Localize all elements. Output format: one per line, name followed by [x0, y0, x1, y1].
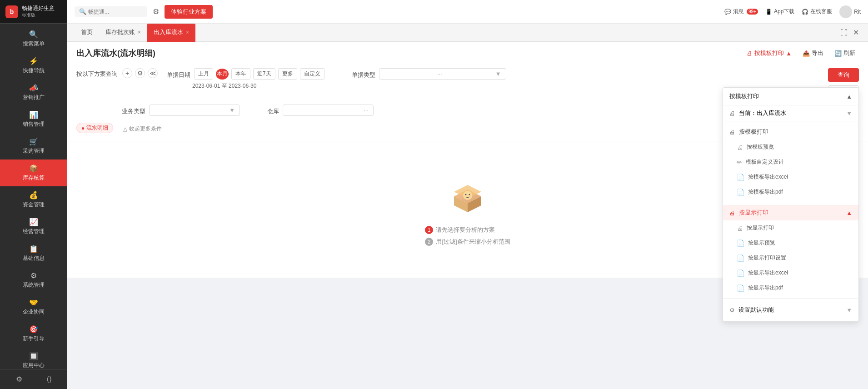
sidebar-item-inventory[interactable]: 📦 库存核算 [0, 160, 67, 186]
date-more[interactable]: 更多 [278, 68, 297, 80]
dp-section-display: 🖨 按显示打印 ▲ 🖨 按显示打印 📄 按显示预览 📄 [723, 202, 858, 298]
settings-filter-btn[interactable]: ⚙ [135, 68, 145, 78]
sidebar-label-sales: 销售管理 [23, 120, 45, 128]
business-type-select[interactable]: ▼ [149, 105, 240, 116]
dp-item-template-customize[interactable]: ✏ 模板自定义设计 [723, 155, 858, 170]
display-preview-icon: 📄 [737, 239, 744, 247]
sidebar-label-marketing: 营销推广 [23, 94, 45, 101]
refresh-btn[interactable]: 🔄 刷新 [831, 47, 859, 59]
sidebar-item-purchase[interactable]: 🛒 采购管理 [0, 133, 67, 160]
sidebar-item-corp[interactable]: 🤝 企业协同 [0, 294, 67, 320]
dropdown-scroll[interactable]: 🖨 按模板打印 🖨 按模板预览 ✏ 模板自定义设计 📄 按模板导 [723, 121, 858, 298]
dp-item-template-preview[interactable]: 🖨 按模板预览 [723, 140, 858, 155]
collapse-btn[interactable]: △ 收起更多条件 [120, 122, 165, 135]
finance-icon: 💰 [29, 191, 38, 199]
app-logo: b 畅捷通好生意 标准版 [0, 0, 67, 24]
display-settings-icon: 📄 [737, 254, 744, 262]
dp-section-template-header[interactable]: 🖨 按模板打印 [723, 124, 858, 140]
search-icon: 🔍 [29, 30, 38, 39]
message-btn[interactable]: 💬 消息 99+ [724, 8, 758, 15]
online-service-btn[interactable]: 🎧 在线客服 [802, 8, 832, 15]
print-icon: 🖨 [747, 50, 753, 57]
sidebar-item-finance[interactable]: 💰 资金管理 [0, 186, 67, 213]
sidebar-label-quick-nav: 快捷导航 [23, 67, 45, 75]
section-display-label: 按显示打印 [739, 209, 768, 217]
sidebar-item-system[interactable]: ⚙ 系统管理 [0, 267, 67, 294]
app-download-btn[interactable]: 📱 App下载 [765, 8, 794, 15]
dropdown-collapse-btn[interactable]: ▲ [846, 93, 852, 100]
topbar-gear-icon[interactable]: ⚙ [151, 5, 161, 18]
template-preview-label: 按模板预览 [747, 143, 774, 151]
preview-icon: 🖨 [737, 144, 743, 151]
collapse-label: 收起更多条件 [129, 125, 162, 133]
export-btn[interactable]: 📤 导出 [799, 47, 827, 59]
collapse-filter-btn[interactable]: ≪ [148, 68, 158, 78]
date-current-year[interactable]: 本年 [231, 68, 250, 80]
svg-point-6 [469, 194, 470, 195]
sidebar-item-sales[interactable]: 📊 销售管理 [0, 106, 67, 133]
date-current-month[interactable]: 本月 [216, 69, 229, 80]
tab-inventory-flow-label: 出入库流水 [154, 28, 183, 36]
tab-home[interactable]: 首页 [75, 24, 99, 42]
guide-icon: 🎯 [29, 325, 38, 334]
voucher-type-select[interactable]: ··· ▼ [379, 68, 506, 80]
display-section-chevron: ▲ [846, 209, 852, 216]
template-export-pdf-label: 按模板导出pdf [748, 188, 783, 196]
voucher-type-more-icon: ··· [437, 70, 442, 77]
query-btn[interactable]: 查询 [828, 68, 859, 82]
display-export-excel-label: 按显示导出excel [748, 269, 788, 277]
sidebar-item-quick-nav[interactable]: ⚡ 快捷导航 [0, 52, 67, 79]
dp-item-display-export-pdf[interactable]: 📄 按显示导出pdf [723, 280, 858, 295]
active-filter-tag[interactable]: ● 流水明细 [76, 123, 113, 133]
message-label: 消息 [733, 8, 744, 15]
dp-item-template-export-pdf[interactable]: 📄 按模板导出pdf [723, 185, 858, 199]
dp-item-display-print-settings[interactable]: 📄 按显示打印设置 [723, 250, 858, 265]
search-icon-topbar: 🔍 [79, 8, 86, 15]
dp-section-template-title: 🖨 按模板打印 [729, 128, 768, 136]
tabs-actions: ⛶ ✕ [838, 26, 861, 39]
search-box[interactable]: 🔍 [75, 6, 147, 17]
sidebar-item-operation[interactable]: 📈 经营管理 [0, 213, 67, 240]
message-badge: 99+ [747, 9, 758, 15]
dp-item-display-export-excel[interactable]: 📄 按显示导出excel [723, 265, 858, 280]
excel-icon-2: 📄 [737, 269, 744, 277]
sidebar-collapse-btn[interactable]: ⟨⟩ [46, 375, 52, 384]
logo-icon: b [5, 5, 18, 18]
dropdown-current-item[interactable]: 🖨 当前：出入库流水 ▼ [723, 105, 858, 121]
corp-icon: 🤝 [29, 298, 38, 307]
print-template-btn[interactable]: 🖨 按模板打印 ▲ [743, 47, 795, 59]
app-download-icon: 📱 [765, 9, 772, 15]
tab-batch-account[interactable]: 库存批次账 × [99, 24, 147, 42]
sidebar-label-inventory: 库存核算 [23, 174, 45, 182]
sidebar-settings-btn[interactable]: ⚙ [16, 375, 22, 384]
dp-footer-default[interactable]: ⚙ 设置默认功能 ▼ [729, 302, 852, 318]
dp-section-display-header[interactable]: 🖨 按显示打印 ▲ [723, 205, 858, 220]
maximize-btn[interactable]: ⛶ [838, 27, 849, 39]
sidebar-item-apps[interactable]: 🔲 应用中心 [0, 347, 67, 369]
search-input[interactable] [88, 9, 143, 15]
sidebar-item-guide[interactable]: 🎯 新手引导 [0, 320, 67, 347]
export-label: 导出 [812, 49, 823, 57]
dropdown-panel-header: 按模板打印 ▲ [723, 88, 858, 105]
empty-tips: 1 请先选择要分析的方案 2 用[过滤]条件来缩小分析范围 [425, 224, 510, 248]
page-content: 出入库流水(流水明细) 🖨 按模板打印 ▲ 📤 导出 🔄 刷新 [67, 42, 868, 389]
sidebar-item-search[interactable]: 🔍 搜索菜单 [0, 25, 67, 52]
add-filter-btn[interactable]: + [122, 68, 132, 78]
date-last-month[interactable]: 上月 [194, 68, 213, 80]
dp-section-template: 🖨 按模板打印 🖨 按模板预览 ✏ 模板自定义设计 📄 按模板导 [723, 121, 858, 202]
close-window-btn[interactable]: ✕ [851, 26, 861, 39]
date-custom[interactable]: 自定义 [300, 68, 324, 80]
tab-inventory-flow[interactable]: 出入库流水 × [147, 24, 195, 42]
sidebar-item-marketing[interactable]: 📣 营销推广 [0, 79, 67, 106]
warehouse-select[interactable]: ··· [283, 105, 374, 116]
dp-item-template-export-excel[interactable]: 📄 按模板导出excel [723, 170, 858, 185]
dp-item-display-preview[interactable]: 📄 按显示预览 [723, 235, 858, 250]
user-area[interactable]: Rit [839, 5, 861, 18]
dropdown-panel: 按模板打印 ▲ 🖨 当前：出入库流水 ▼ 🖨 按模板打印 [723, 87, 859, 322]
tab-inventory-flow-close[interactable]: × [186, 29, 189, 35]
trial-btn[interactable]: 体验行业方案 [165, 5, 213, 19]
dp-item-display-print[interactable]: 🖨 按显示打印 [723, 220, 858, 235]
sidebar-item-basic[interactable]: 📋 基础信息 [0, 240, 67, 267]
date-last-7days[interactable]: 近7天 [253, 68, 275, 80]
tab-batch-account-close[interactable]: × [138, 29, 141, 35]
